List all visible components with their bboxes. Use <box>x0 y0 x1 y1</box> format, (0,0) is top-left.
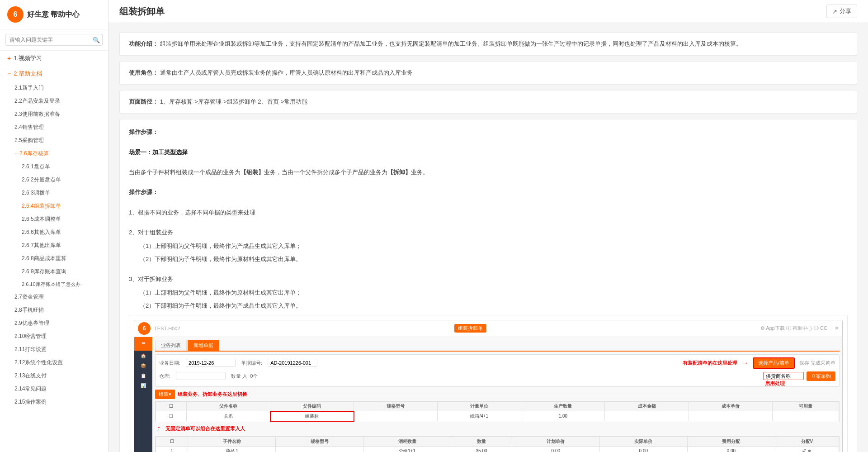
sidebar-item-2-6-1[interactable]: 2.6.1盘点单 <box>0 160 108 173</box>
share-button[interactable]: ↗ 分享 <box>826 5 857 18</box>
sidebar-item-2-12[interactable]: 2.12系统个性化设置 <box>0 356 108 369</box>
sidebar-item-2-15[interactable]: 2.15操作案例 <box>0 395 108 409</box>
ss-anno-area-4: 启用处理 <box>765 380 785 387</box>
sidebar-item-2-6-4[interactable]: 2.6.4组装拆卸单 <box>0 200 108 213</box>
ss-anno-area-5: ↑ 无固定清单可以组合在这里置零入人 <box>155 424 840 433</box>
th-spec: 规格型号 <box>354 401 438 411</box>
ss-warehouse-label: 仓库: <box>159 373 170 380</box>
sidebar-item-2-1[interactable]: 2.1新手入门 <box>0 81 108 95</box>
sidebar-item-2-8[interactable]: 2.8手机旺辅 <box>0 304 108 317</box>
logo-icon: 6 <box>7 6 24 23</box>
ss-upper-table: ☐ 父件名称 父件编码 规格型号 计量单位 生产数量 成本金额 成本单价 <box>156 401 839 422</box>
anno2-label: 组装业务、拆卸业务在这里切换 <box>178 391 247 398</box>
sidebar-item-2-6-3[interactable]: 2.6.3调拨单 <box>0 186 108 200</box>
ss-date-input[interactable] <box>186 359 236 367</box>
ss-close-icon[interactable]: ✕ <box>835 325 839 331</box>
ss-confirm-btn[interactable]: 立案采购 <box>807 371 835 381</box>
content-area: 功能介绍： 组装拆卸单用来处理企业组装或拆卸等加工业务，支持有固定装配清单的产品… <box>108 23 868 452</box>
sidebar-item-2-14[interactable]: 2.14常见问题 <box>0 382 108 395</box>
ss-select-product-btn[interactable]: 选择产品/清单 <box>753 357 795 369</box>
nav-children-2: 2.1新手入门 2.2产品安装及登录 2.3使用前数据准备 2.4销售管理 2.… <box>0 81 108 409</box>
topbar: 组装拆卸单 ↗ 分享 <box>108 0 868 23</box>
ss-type-badge[interactable]: 组装▾ <box>155 390 175 399</box>
th-child-name: 子件名称 <box>188 437 276 446</box>
ss-tab-new[interactable]: 新增单据 <box>188 340 219 351</box>
sidebar-item-2-6-9[interactable]: 2.6.9库存账本查询 <box>0 265 108 278</box>
th-avail: 可用量 <box>772 401 839 411</box>
sidebar-item-2-4[interactable]: 2.4销售管理 <box>0 121 108 134</box>
sidebar-item-2-3[interactable]: 2.3使用前数据准备 <box>0 108 108 121</box>
step1: 1、根据不同的业务，选择不同单据的类型来处理 <box>129 207 848 218</box>
func-intro-block: 功能介绍： 组装拆卸单用来处理企业组装或拆卸等加工业务，支持有固定装配清单的产品… <box>119 32 857 56</box>
sidebar-item-2-6-10[interactable]: 2.6.10库存账本错了怎么办 <box>0 278 108 290</box>
td-avail <box>772 411 839 421</box>
th-cost: 成本金额 <box>605 401 689 411</box>
ss-upper-table-wrap: ☐ 父件名称 父件编码 规格型号 计量单位 生产数量 成本金额 成本单价 <box>155 401 840 422</box>
sidebar-item-2-11[interactable]: 2.11打印设置 <box>0 343 108 356</box>
ss-nav-icons: 🏠📦📋📊 <box>134 351 152 391</box>
scene1-desc: 当由多个子件材料组装成一个成品的业务为【组装】业务，当由一个父件拆分成多个子产品… <box>129 167 848 177</box>
sidebar: 6 好生意 帮助中心 🔍 + 1.视频学习 − 2.帮助文档 2.1新手入门 2… <box>0 0 108 452</box>
expand-icon-2: − <box>7 70 11 77</box>
nav-section: + 1.视频学习 − 2.帮助文档 2.1新手入门 2.2产品安装及登录 2.3… <box>0 51 108 409</box>
ss-main-area: 业务列表 新增单据 业务日期: 单据编号: <box>152 337 842 452</box>
sidebar-item-2-9[interactable]: 2.9优惠券管理 <box>0 317 108 330</box>
steps-block: 操作步骤： 场景一：加工类型选择 当由多个子件材料组装成一个成品的业务为【组装】… <box>119 119 857 452</box>
ss-app-area: ☰ 🏠📦📋📊 业务列表 新增单据 <box>134 337 842 452</box>
screenshot-container: 6 TEST-H002 组装拆卸单 ⚙ App下载 ⓘ 帮助中心 ◎ CC ✕ … <box>129 315 848 452</box>
search-box[interactable]: 🔍 <box>0 29 108 51</box>
search-icon: 🔍 <box>93 37 100 43</box>
ss-tab-list[interactable]: 业务列表 <box>155 340 187 351</box>
sidebar-item-2-6-8[interactable]: 2.6.8商品成本重算 <box>0 252 108 265</box>
ss-supplier-input[interactable] <box>763 372 804 380</box>
th-total-cost: 成本单价 <box>689 401 772 411</box>
app-title: 好生意 帮助中心 <box>27 10 80 19</box>
td-qty-in: 1.00 <box>521 411 605 421</box>
sidebar-item-2-6-2[interactable]: 2.6.2分量盘点单 <box>0 173 108 186</box>
td-parent-code: 组装标 <box>270 411 354 421</box>
share-icon: ↗ <box>832 8 837 15</box>
ss-lower-table: ☐ 子件名称 规格型号 消耗数量 数量 计划单价 实际单价 费用分配 <box>156 437 839 452</box>
ss-lower-table-wrap: ☐ 子件名称 规格型号 消耗数量 数量 计划单价 实际单价 费用分配 <box>155 436 840 452</box>
sidebar-item-2-2[interactable]: 2.2产品安装及登录 <box>0 95 108 108</box>
sidebar-item-2-7[interactable]: 2.7资金管理 <box>0 290 108 304</box>
ops-label: 操作步骤： <box>129 127 848 137</box>
func-intro-label: 功能介绍： <box>129 40 158 47</box>
screenshot-inner: 6 TEST-H002 组装拆卸单 ⚙ App下载 ⓘ 帮助中心 ◎ CC ✕ … <box>134 320 843 452</box>
sidebar-item-2-5[interactable]: 2.5采购管理 <box>0 134 108 147</box>
ss-new-btn[interactable]: 组装拆卸单 <box>454 324 486 333</box>
sidebar-header: 6 好生意 帮助中心 <box>0 0 108 29</box>
step2-sub2: （2）下部明细为子件明细，最终作为原材料生成其它出库单。 <box>129 254 848 264</box>
th-consume-qty: 消耗数量 <box>363 437 451 446</box>
ss-form-row-1: 业务日期: 单据编号: 有装配清单的在这里处理 → 选 <box>159 357 835 369</box>
sidebar-item-2-6[interactable]: − 2.6库存核算 <box>0 147 108 160</box>
sidebar-item-2-6-7[interactable]: 2.6.7其他出库单 <box>0 239 108 252</box>
ss-test-id: TEST-H002 <box>154 326 180 331</box>
path-label: 页面路径： <box>129 98 158 105</box>
ss-no-input[interactable] <box>268 359 317 367</box>
ss-no-label: 单据编号: <box>241 360 262 366</box>
ss-nav-logo: ☰ <box>134 337 152 351</box>
search-input[interactable] <box>5 34 103 46</box>
sidebar-item-2-6-6[interactable]: 2.6.6其他入库单 <box>0 226 108 239</box>
step2: 2、对于组装业务 <box>129 227 848 238</box>
anno1-label: 有装配清单的在这里处理 <box>683 360 737 366</box>
ss-anno-switch-area: 组装▾ 组装业务、拆卸业务在这里切换 <box>155 390 840 399</box>
th-ops: 分配V <box>775 437 839 446</box>
sidebar-item-2-10[interactable]: 2.10经营管理 <box>0 330 108 343</box>
ss-logo: 6 <box>138 322 151 335</box>
ss-more-btns: 保存 完成采购单 <box>799 360 835 366</box>
sidebar-item-1[interactable]: + 1.视频学习 <box>0 51 108 66</box>
ss-top-icons: ⚙ App下载 ⓘ 帮助中心 ◎ CC <box>760 325 827 332</box>
ss-warehouse-input[interactable] <box>176 372 226 380</box>
step3: 3、对于拆卸业务 <box>129 274 848 284</box>
th-parent-name: 父件编码 <box>270 401 354 411</box>
ops-steps-sub-label: 操作步骤： <box>129 187 848 197</box>
sidebar-item-2[interactable]: − 2.帮助文档 <box>0 66 108 81</box>
ss-topbar: 6 TEST-H002 组装拆卸单 ⚙ App下载 ⓘ 帮助中心 ◎ CC ✕ <box>134 320 842 337</box>
td-cost <box>605 411 689 421</box>
sidebar-item-2-13[interactable]: 2.13在线支付 <box>0 369 108 382</box>
th-plan-qty: 计划单价 <box>512 437 599 446</box>
anno4-arrow: ↑ <box>157 424 161 433</box>
sidebar-item-2-6-5[interactable]: 2.6.5成本调整单 <box>0 213 108 226</box>
